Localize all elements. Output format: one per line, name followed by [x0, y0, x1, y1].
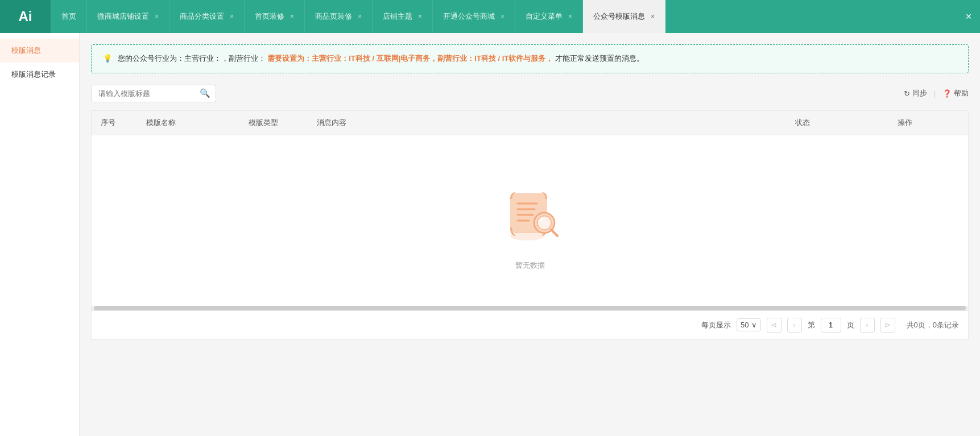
th-seq: 序号	[92, 111, 137, 135]
svg-point-8	[540, 218, 543, 222]
search-input-wrap: 🔍	[91, 85, 216, 102]
close-tab-homepage[interactable]: ×	[290, 13, 294, 20]
sync-label: 同步	[912, 88, 927, 98]
divider: |	[934, 89, 936, 98]
prev-page-button[interactable]: ‹	[787, 318, 802, 333]
close-tab-category[interactable]: ×	[230, 13, 234, 20]
search-left: 🔍	[91, 85, 216, 102]
page-size-select[interactable]: 50 ∨	[737, 318, 760, 331]
empty-text: 暂无数据	[515, 260, 545, 271]
close-tab-weshop[interactable]: ×	[155, 13, 159, 20]
page-unit-label: 页	[847, 320, 854, 330]
th-type: 模版类型	[239, 111, 308, 135]
page-size-value: 50	[741, 321, 749, 329]
table-body: 暂无数据	[92, 135, 968, 306]
svg-point-6	[537, 216, 551, 230]
svg-line-7	[551, 230, 557, 236]
nav-tab-category[interactable]: 商品分类设置×	[169, 0, 245, 33]
page-label-text: 第	[808, 320, 815, 330]
sidebar: 模版消息模版消息记录	[0, 33, 80, 436]
first-page-button[interactable]: ⊲	[767, 318, 781, 333]
empty-illustration	[496, 182, 564, 250]
th-action: 操作	[888, 111, 968, 135]
close-tab-product[interactable]: ×	[358, 13, 362, 20]
notice-highlight: 需要设置为：主营行业：IT科技 / 互联网|电子商务，副营行业：IT科技 / I…	[267, 54, 553, 63]
help-button[interactable]: ❓ 帮助	[942, 88, 969, 98]
next-page-button[interactable]: ›	[860, 318, 875, 333]
nav-tab-custommenu[interactable]: 自定义菜单×	[515, 0, 583, 33]
notice-suffix: 才能正常发送预置的消息。	[555, 54, 644, 63]
close-tab-theme[interactable]: ×	[418, 13, 422, 20]
total-records-text: 共0页，0条记录	[907, 320, 959, 330]
search-icon[interactable]: 🔍	[200, 88, 210, 98]
nav-tabs: 首页微商城店铺设置×商品分类设置×首页装修×商品页装修×店铺主题×开通公众号商城…	[51, 0, 957, 33]
next-page-icon: ›	[866, 321, 868, 329]
notice-banner: 💡 您的公众号行业为：主营行业：，副营行业： 需要设置为：主营行业：IT科技 /…	[91, 44, 969, 73]
current-page-input[interactable]	[821, 318, 841, 333]
sidebar-item-template-msg-record[interactable]: 模版消息记录	[0, 63, 79, 86]
table-header: 序号模版名称模版类型消息内容状态操作	[92, 111, 968, 135]
th-content: 消息内容	[308, 111, 786, 135]
app-logo: Ai	[0, 0, 51, 33]
nav-tab-homepage[interactable]: 首页装修×	[245, 0, 305, 33]
close-tab-custommenu[interactable]: ×	[568, 13, 572, 20]
last-page-button[interactable]: ⊳	[880, 318, 895, 333]
notice-icon: 💡	[103, 54, 112, 63]
page-size-label: 每页显示	[701, 320, 731, 330]
close-all-button[interactable]: ×	[957, 0, 980, 33]
help-icon: ❓	[942, 89, 952, 98]
nav-tab-templatemsg[interactable]: 公众号模版消息×	[583, 0, 665, 33]
sidebar-item-template-msg[interactable]: 模版消息	[0, 39, 79, 63]
close-tab-templatemsg[interactable]: ×	[651, 13, 655, 20]
main-layout: 模版消息模版消息记录 💡 您的公众号行业为：主营行业：，副营行业： 需要设置为：…	[0, 33, 980, 436]
search-bar: 🔍 ↻ 同步 | ❓ 帮助	[91, 85, 969, 102]
first-page-icon: ⊲	[771, 321, 777, 329]
close-tab-openstore[interactable]: ×	[501, 13, 505, 20]
help-label: 帮助	[954, 88, 969, 98]
top-nav: Ai 首页微商城店铺设置×商品分类设置×首页装修×商品页装修×店铺主题×开通公众…	[0, 0, 980, 33]
nav-tab-weshop[interactable]: 微商城店铺设置×	[87, 0, 169, 33]
search-input[interactable]	[91, 85, 216, 102]
last-page-icon: ⊳	[884, 321, 891, 329]
nav-tab-theme[interactable]: 店铺主题×	[373, 0, 433, 33]
notice-prefix: 您的公众号行业为：主营行业：，副营行业：	[118, 54, 266, 63]
nav-tab-product[interactable]: 商品页装修×	[305, 0, 373, 33]
sync-icon: ↻	[904, 89, 910, 98]
scroll-thumb[interactable]	[94, 306, 966, 310]
search-right: ↻ 同步 | ❓ 帮助	[904, 88, 969, 98]
chevron-down-icon: ∨	[751, 321, 757, 329]
nav-tab-openstore[interactable]: 开通公众号商城×	[433, 0, 515, 33]
th-name: 模版名称	[137, 111, 239, 135]
prev-page-icon: ‹	[793, 321, 795, 329]
pagination: 每页显示 50 ∨ ⊲ ‹ 第 页 › ⊳	[92, 310, 968, 339]
content-area: 💡 您的公众号行业为：主营行业：，副营行业： 需要设置为：主营行业：IT科技 /…	[80, 33, 980, 436]
nav-tab-home[interactable]: 首页	[51, 0, 87, 33]
empty-state: 暂无数据	[496, 148, 564, 293]
th-status: 状态	[786, 111, 888, 135]
sync-button[interactable]: ↻ 同步	[904, 88, 927, 98]
horizontal-scrollbar[interactable]	[92, 306, 968, 310]
data-table: 序号模版名称模版类型消息内容状态操作	[91, 110, 969, 340]
